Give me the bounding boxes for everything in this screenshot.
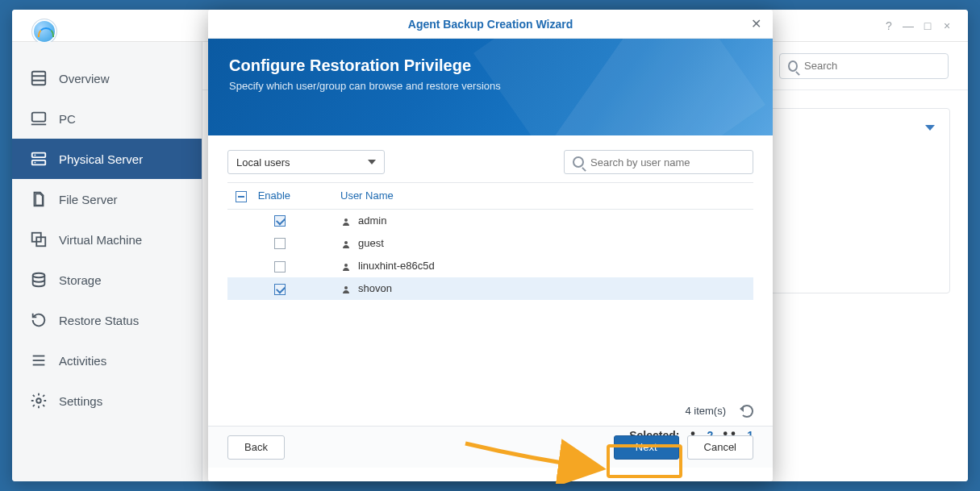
table-row[interactable]: shovon [227, 277, 753, 300]
svg-point-17 [344, 241, 348, 244]
sidebar-item-label: Physical Server [59, 152, 143, 166]
refresh-button[interactable] [740, 405, 753, 418]
user-icon [340, 260, 352, 273]
svg-rect-3 [32, 113, 46, 122]
svg-point-8 [35, 162, 36, 164]
username-cell: admin [358, 214, 386, 227]
overview-icon [30, 69, 48, 87]
username-cell: shovon [358, 282, 392, 294]
back-button[interactable]: Back [227, 435, 285, 460]
agent-backup-wizard: Agent Backup Creation Wizard ✕ Configure… [208, 10, 773, 481]
wizard-heading: Configure Restoration Privilege [229, 56, 752, 75]
vm-icon [30, 231, 48, 248]
user-icon [340, 215, 352, 227]
sidebar-item-activities[interactable]: Activities [12, 340, 202, 381]
search-icon [788, 60, 798, 72]
pc-icon [30, 110, 48, 127]
search-icon [573, 156, 584, 168]
sidebar-item-label: Virtual Machine [59, 233, 142, 247]
modal-title: Agent Backup Creation Wizard [408, 18, 573, 31]
search-input[interactable] [804, 60, 940, 72]
sidebar-item-label: Settings [59, 394, 102, 408]
minimize-button[interactable]: — [899, 19, 918, 32]
sidebar-item-label: Restore Status [59, 314, 139, 327]
column-username[interactable]: User Name [332, 183, 753, 210]
sidebar-item-restore-status[interactable]: Restore Status [12, 300, 202, 340]
svg-point-18 [344, 264, 348, 267]
svg-rect-5 [32, 153, 46, 158]
user-icon [340, 238, 352, 250]
table-row[interactable]: guest [227, 232, 753, 255]
sidebar-item-settings[interactable]: Settings [12, 381, 202, 421]
svg-point-7 [35, 155, 36, 156]
sidebar-item-label: File Server [59, 193, 118, 206]
file-server-icon [30, 190, 48, 208]
sidebar-item-label: Overview [59, 72, 110, 85]
wizard-banner: Configure Restoration Privilege Specify … [208, 39, 773, 135]
sidebar-item-physical-server[interactable]: Physical Server [12, 139, 202, 179]
user-search-input[interactable] [590, 156, 744, 169]
storage-icon [30, 271, 48, 289]
item-count: 4 item(s) [685, 405, 726, 417]
table-row[interactable]: admin [227, 209, 753, 232]
username-cell: linuxhint-e86c5d [358, 260, 435, 272]
enable-checkbox[interactable] [274, 284, 286, 295]
username-cell: guest [358, 237, 384, 249]
enable-checkbox[interactable] [274, 238, 286, 249]
activities-icon [30, 352, 48, 369]
user-icon [340, 283, 352, 295]
physical-server-icon [30, 150, 48, 168]
sidebar-item-label: Activities [59, 354, 106, 368]
enable-checkbox[interactable] [274, 215, 286, 227]
sidebar-item-virtual-machine[interactable]: Virtual Machine [12, 219, 202, 260]
settings-icon [30, 392, 48, 410]
user-scope-dropdown[interactable]: Local users [227, 150, 385, 174]
table-row[interactable]: linuxhint-e86c5d [227, 255, 753, 277]
chevron-down-icon [925, 125, 935, 131]
users-table: Enable User Name adminguestlinuxhint-e86… [227, 182, 753, 300]
global-search[interactable] [779, 53, 949, 79]
user-search[interactable] [564, 150, 753, 174]
next-button[interactable]: Next [614, 435, 679, 460]
enable-checkbox[interactable] [274, 261, 286, 273]
svg-rect-0 [32, 72, 46, 85]
help-button[interactable]: ? [879, 19, 899, 32]
wizard-subheading: Specify which user/group can browse and … [229, 80, 752, 92]
dropdown-value: Local users [236, 156, 290, 169]
chevron-down-icon [368, 160, 376, 164]
column-enable[interactable]: Enable [227, 183, 332, 210]
close-button[interactable]: × [937, 19, 957, 32]
svg-point-19 [344, 286, 348, 289]
sidebar-item-label: PC [59, 112, 76, 126]
svg-point-16 [344, 218, 348, 222]
sidebar-item-storage[interactable]: Storage [12, 260, 202, 300]
app-logo-icon [32, 19, 56, 44]
cancel-button[interactable]: Cancel [687, 435, 753, 460]
restore-status-icon [30, 311, 48, 329]
svg-point-15 [36, 398, 41, 403]
sidebar-item-pc[interactable]: PC [12, 98, 202, 139]
svg-rect-6 [32, 160, 46, 165]
sidebar-item-overview[interactable]: Overview [12, 58, 202, 98]
svg-point-11 [33, 273, 45, 278]
header-checkbox-indeterminate[interactable] [236, 191, 247, 202]
maximize-button[interactable]: □ [918, 19, 937, 32]
sidebar-item-file-server[interactable]: File Server [12, 179, 202, 219]
modal-close-button[interactable]: ✕ [751, 16, 761, 31]
sidebar: Overview PC Physical Server File Server [12, 42, 202, 481]
sidebar-item-label: Storage [59, 273, 102, 287]
